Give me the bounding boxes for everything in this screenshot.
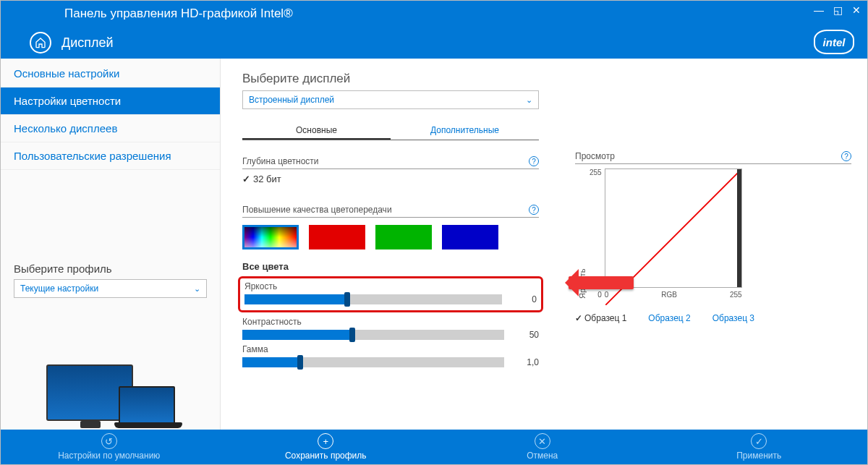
laptop-icon: [119, 386, 175, 424]
brightness-label: Яркость: [244, 281, 537, 291]
color-enhance-label: Повышение качества цветопередачи: [242, 205, 392, 215]
gamma-slider[interactable]: [242, 357, 504, 367]
sidebar-item-color[interactable]: Настройки цветности: [1, 88, 220, 115]
color-depth-value: 32 бит: [242, 174, 553, 184]
chart-box: [605, 168, 742, 288]
cancel-icon: ✕: [535, 433, 550, 449]
sidebar-item-basic[interactable]: Основные настройки: [1, 60, 220, 88]
contrast-slider[interactable]: [242, 330, 504, 340]
swatch-all-colors[interactable]: [242, 225, 299, 249]
undo-icon: ↺: [101, 433, 117, 449]
brightness-block: Яркость 0: [238, 276, 543, 312]
swatch-green[interactable]: [375, 225, 432, 249]
all-colors-title: Все цвета: [242, 261, 553, 272]
plus-icon: +: [318, 433, 333, 449]
save-profile-button[interactable]: + Сохранить профиль: [268, 433, 383, 461]
info-icon[interactable]: ?: [529, 156, 539, 166]
intel-logo: intel: [814, 30, 854, 54]
contrast-label: Контрастность: [242, 317, 539, 327]
color-depth-row: Глубина цветности ?: [242, 156, 539, 169]
swatch-red[interactable]: [309, 225, 365, 249]
minimize-icon[interactable]: —: [812, 4, 825, 17]
section-title: Дисплей: [61, 35, 114, 51]
sidebar-item-custom-res[interactable]: Пользовательские разрешения: [1, 142, 220, 170]
check-icon: ✓: [751, 433, 767, 449]
sidebar-item-label: Пользовательские разрешения: [14, 150, 171, 162]
window-controls: — ◱ ✕: [812, 4, 863, 17]
select-display-heading: Выберите дисплей: [242, 72, 553, 86]
sample-label: Образец 2: [648, 313, 690, 323]
tab-advanced[interactable]: Дополнительные: [391, 121, 539, 140]
profile-label: Выберите профиль: [14, 263, 207, 275]
tab-label: Основные: [296, 125, 337, 135]
color-swatches: [242, 225, 553, 249]
window-title: Панель управления HD-графикой Intel®: [64, 7, 293, 21]
sample-label: Образец 1: [584, 313, 626, 323]
device-illustration: [1, 341, 220, 421]
footer-label: Отмена: [527, 451, 558, 461]
color-depth-label: Глубина цветности: [242, 156, 319, 166]
y-axis-label: Яркость: [575, 168, 590, 299]
chevron-down-icon: ⌄: [526, 95, 532, 105]
sidebar-item-multidisplay[interactable]: Несколько дисплеев: [1, 115, 220, 142]
color-enhance-row: Повышение качества цветопередачи ?: [242, 205, 539, 218]
sample-2[interactable]: Образец 2: [648, 313, 690, 323]
sidebar-item-label: Несколько дисплеев: [14, 122, 117, 135]
footer-label: Применить: [736, 451, 781, 461]
sample-label: Образец 3: [712, 313, 754, 323]
profile-value: Текущие настройки: [20, 283, 98, 294]
sidebar-item-label: Настройки цветности: [14, 95, 121, 107]
preview-title: Просмотр: [575, 151, 615, 161]
gamma-block: Гамма 1,0: [242, 344, 539, 367]
apply-button[interactable]: ✓ Применить: [701, 433, 817, 461]
maximize-icon[interactable]: ◱: [831, 4, 844, 17]
chevron-down-icon: ⌄: [194, 284, 200, 294]
sidebar: Основные настройки Настройки цветности Н…: [1, 59, 221, 430]
display-select[interactable]: Встроенный дисплей ⌄: [242, 90, 539, 109]
chart-end-bar: [737, 169, 741, 287]
tab-label: Дополнительные: [430, 125, 499, 135]
brightness-slider[interactable]: [244, 294, 502, 304]
y-tick-min: 0: [590, 291, 602, 299]
preview-title-row: Просмотр ?: [575, 151, 851, 164]
main-panel: Выберите дисплей Встроенный дисплей ⌄ Ос…: [221, 59, 867, 430]
svg-line-0: [605, 169, 741, 305]
y-ticks: 255 0: [590, 168, 605, 299]
footer-label: Сохранить профиль: [285, 451, 367, 461]
footer-label: Настройки по умолчанию: [58, 451, 160, 461]
sidebar-item-label: Основные настройки: [14, 67, 119, 80]
swatch-blue[interactable]: [442, 225, 498, 249]
home-button[interactable]: [30, 32, 51, 54]
close-icon[interactable]: ✕: [850, 4, 863, 17]
sample-links: Образец 1 Образец 2 Образец 3: [575, 313, 851, 323]
preview-chart: Яркость 255 0 0 RGB 255: [575, 168, 851, 299]
profile-select[interactable]: Текущие настройки ⌄: [14, 279, 207, 298]
info-icon[interactable]: ?: [529, 205, 539, 215]
tab-basic[interactable]: Основные: [242, 121, 391, 140]
contrast-value: 50: [514, 330, 539, 340]
contrast-block: Контрастность 50: [242, 317, 539, 340]
header: Дисплей intel: [1, 27, 867, 59]
sample-3[interactable]: Образец 3: [712, 313, 754, 323]
info-icon[interactable]: ?: [841, 151, 851, 161]
gamma-label: Гамма: [242, 344, 539, 354]
settings-tabs: Основные Дополнительные: [242, 121, 539, 140]
brightness-value: 0: [512, 294, 537, 304]
cancel-button[interactable]: ✕ Отмена: [485, 433, 600, 461]
profile-block: Выберите профиль Текущие настройки ⌄: [1, 263, 220, 298]
titlebar: Панель управления HD-графикой Intel® — ◱…: [1, 1, 867, 27]
display-select-value: Встроенный дисплей: [249, 95, 334, 105]
sample-1[interactable]: Образец 1: [575, 313, 626, 323]
y-tick-max: 255: [590, 168, 602, 176]
footer-bar: ↺ Настройки по умолчанию + Сохранить про…: [1, 430, 867, 464]
defaults-button[interactable]: ↺ Настройки по умолчанию: [51, 433, 167, 461]
sidebar-nav: Основные настройки Настройки цветности Н…: [1, 59, 220, 170]
gamma-value: 1,0: [514, 357, 539, 367]
